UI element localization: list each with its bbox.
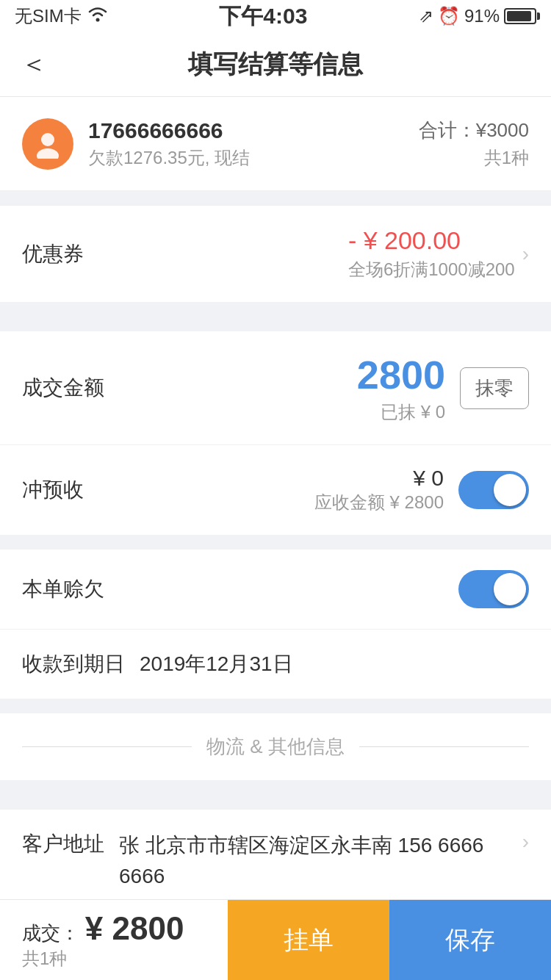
customer-total: 合计：¥3000 共1种 xyxy=(419,118,529,170)
back-button[interactable]: ＜ xyxy=(21,46,47,82)
prepay-toggle[interactable] xyxy=(458,471,529,509)
main-content: 17666666666 欠款1276.35元, 现结 合计：¥3000 共1种 … xyxy=(0,97,551,980)
nav-bar: ＜ 填写结算等信息 xyxy=(0,32,551,97)
separator-2 xyxy=(0,535,551,550)
address-row[interactable]: 客户地址 张 北京市市辖区海淀区永丰南 156 6666 6666 › xyxy=(0,810,551,912)
status-bar: 无SIM卡 下午4:03 ⇗ ⏰ 91% xyxy=(0,0,551,32)
customer-sub-info: 欠款1276.35元, 现结 xyxy=(88,146,250,170)
prepay-label: 冲预收 xyxy=(22,476,84,504)
credit-section: 本单赊欠 收款到期日 2019年12月31日 xyxy=(0,550,551,699)
avatar xyxy=(22,118,73,170)
bottom-summary: 成交： ¥ 2800 共1种 xyxy=(0,910,228,970)
address-chevron-icon: › xyxy=(522,830,529,854)
svg-point-1 xyxy=(41,133,54,146)
bottom-deal-label: 成交： xyxy=(22,922,79,944)
round-zero-button[interactable]: 抹零 xyxy=(460,367,529,409)
alarm-icon: ⏰ xyxy=(438,6,460,26)
bottom-amount: ¥ 2800 xyxy=(85,910,184,946)
hang-button[interactable]: 挂单 xyxy=(228,900,389,981)
coupon-amount: - ¥ 200.00 xyxy=(348,226,515,255)
prepay-row: 冲预收 ¥ 0 应收金额 ¥ 2800 xyxy=(0,444,551,535)
svg-point-0 xyxy=(96,18,99,22)
save-button[interactable]: 保存 xyxy=(389,900,551,981)
deal-amount-sub: 已抹 ¥ 0 xyxy=(357,400,445,424)
credit-toggle-knob xyxy=(494,573,526,605)
coupon-section: 优惠券 - ¥ 200.00 全场6折满1000减200 › xyxy=(0,205,551,302)
due-date-label: 收款到期日 xyxy=(22,650,125,678)
wifi-icon xyxy=(87,6,108,26)
deal-amount-label: 成交金额 xyxy=(22,374,104,402)
total-count: 共1种 xyxy=(419,146,529,170)
due-date-value: 2019年12月31日 xyxy=(140,650,293,678)
credit-row: 本单赊欠 xyxy=(0,550,551,629)
deal-amount-right: 2800 已抹 ¥ 0 抹零 xyxy=(357,352,529,424)
separator-3 xyxy=(0,699,551,713)
coupon-label: 优惠券 xyxy=(22,240,84,268)
logistics-section: 物流 & 其他信息 xyxy=(0,713,551,780)
customer-info-left: 17666666666 欠款1276.35元, 现结 xyxy=(22,118,250,170)
prepay-value: ¥ 0 xyxy=(314,466,444,491)
svg-point-2 xyxy=(37,148,59,159)
address-value: 张 北京市市辖区海淀区永丰南 156 6666 6666 xyxy=(119,830,515,892)
location-icon: ⇗ xyxy=(419,6,433,26)
battery-icon xyxy=(504,8,536,24)
customer-details: 17666666666 欠款1276.35元, 现结 xyxy=(88,118,250,170)
status-right: ⇗ ⏰ 91% xyxy=(419,6,536,26)
separator-1 xyxy=(0,317,551,331)
total-value: ¥3000 xyxy=(476,119,529,141)
toggle-knob xyxy=(494,474,526,506)
amount-section: 成交金额 2800 已抹 ¥ 0 抹零 冲预收 ¥ 0 应收金额 ¥ 2800 xyxy=(0,331,551,535)
logistics-header: 物流 & 其他信息 xyxy=(0,713,551,780)
coupon-desc: 全场6折满1000减200 xyxy=(348,258,515,281)
page-title: 填写结算等信息 xyxy=(188,48,363,82)
due-date-row: 收款到期日 2019年12月31日 xyxy=(0,629,551,699)
credit-label: 本单赊欠 xyxy=(22,575,104,603)
separator-4 xyxy=(0,795,551,810)
battery-percentage: 91% xyxy=(464,6,500,26)
chevron-right-icon: › xyxy=(522,242,529,266)
address-label: 客户地址 xyxy=(22,830,104,858)
coupon-right: - ¥ 200.00 全场6折满1000减200 › xyxy=(348,226,529,281)
credit-toggle[interactable] xyxy=(458,570,529,608)
status-time: 下午4:03 xyxy=(219,1,307,32)
deal-amount-row: 成交金额 2800 已抹 ¥ 0 抹零 xyxy=(0,331,551,444)
carrier-label: 无SIM卡 xyxy=(15,4,82,28)
prepay-sub: 应收金额 ¥ 2800 xyxy=(314,491,444,514)
bottom-count: 共1种 xyxy=(22,947,206,970)
deal-amount-value: 2800 xyxy=(357,352,445,397)
total-label: 合计： xyxy=(419,119,476,141)
coupon-row[interactable]: 优惠券 - ¥ 200.00 全场6折满1000减200 › xyxy=(0,205,551,302)
customer-row: 17666666666 欠款1276.35元, 现结 合计：¥3000 共1种 xyxy=(0,97,551,190)
status-left: 无SIM卡 xyxy=(15,4,108,28)
bottom-bar: 成交： ¥ 2800 共1种 挂单 保存 xyxy=(0,899,551,980)
customer-phone: 17666666666 xyxy=(88,118,250,143)
total-label-value: 合计：¥3000 xyxy=(419,118,529,143)
